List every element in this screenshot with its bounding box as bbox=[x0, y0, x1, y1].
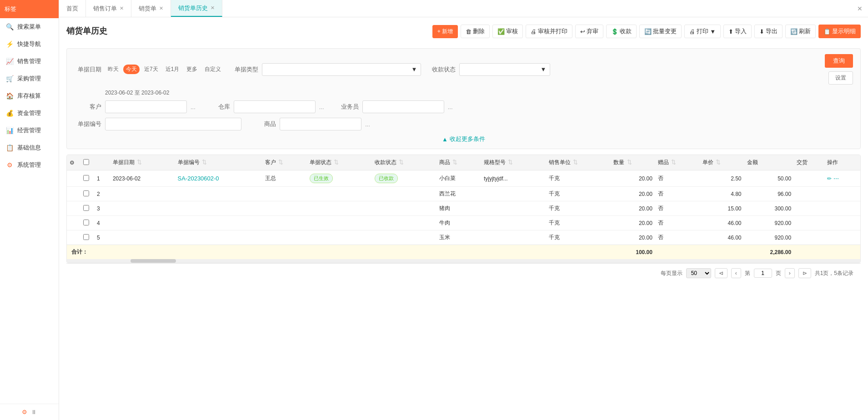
collect-status-select[interactable]: ▼ bbox=[459, 63, 550, 76]
per-page-select[interactable]: 50 100 200 bbox=[686, 268, 711, 278]
collapse-button[interactable]: ▲ 收起更多条件 bbox=[74, 135, 853, 143]
sidebar-item-basic[interactable]: 📋 基础信息 bbox=[0, 139, 59, 156]
col-settings[interactable]: ⚙ bbox=[67, 155, 80, 170]
sidebar-item-search[interactable]: 🔍 搜索菜单 bbox=[0, 18, 59, 35]
cell-docno[interactable] bbox=[175, 230, 263, 245]
tab-sales-order-close[interactable]: ✕ bbox=[120, 5, 124, 11]
tab-sales-order[interactable]: 销售订单 ✕ bbox=[86, 0, 131, 17]
cell-action[interactable] bbox=[824, 187, 860, 201]
last-page-btn[interactable]: ⊳ bbox=[798, 268, 811, 278]
cell-docno[interactable] bbox=[175, 187, 263, 201]
batch-change-button[interactable]: 🔄 批量变更 bbox=[639, 25, 682, 38]
col-collectstatus[interactable]: 收款状态 ⇅ bbox=[372, 155, 437, 170]
shortcut-1month[interactable]: 近1月 bbox=[163, 65, 182, 74]
page-input[interactable] bbox=[754, 269, 772, 278]
customer-dots[interactable]: ... bbox=[191, 104, 196, 110]
row-checkbox[interactable] bbox=[83, 220, 89, 225]
export-button[interactable]: ⬇ 导出 bbox=[754, 25, 783, 38]
col-price[interactable]: 单价 ⇅ bbox=[700, 155, 744, 170]
cell-action[interactable] bbox=[824, 216, 860, 230]
cell-checkbox[interactable] bbox=[80, 187, 94, 201]
shortcut-today[interactable]: 今天 bbox=[123, 65, 140, 74]
more-action[interactable]: ⋯ bbox=[833, 175, 839, 182]
customer-label: 客户 bbox=[74, 103, 101, 111]
cell-docno[interactable]: SA-20230602-0 bbox=[175, 170, 263, 187]
col-unit[interactable]: 销售单位 ⇅ bbox=[546, 155, 611, 170]
cell-checkbox[interactable] bbox=[80, 216, 94, 230]
sidebar-bottom-icon2[interactable]: ⏸ bbox=[31, 409, 37, 415]
new-button[interactable]: + 新增 bbox=[432, 25, 458, 38]
delete-button[interactable]: 🗑 删除 bbox=[461, 25, 490, 38]
col-goods[interactable]: 商品 ⇅ bbox=[437, 155, 481, 170]
sidebar-bottom-icon1[interactable]: ⚙ bbox=[22, 409, 27, 415]
cell-checkbox[interactable] bbox=[80, 201, 94, 216]
refresh-button[interactable]: 🔃 刷新 bbox=[785, 25, 816, 38]
col-date[interactable]: 单据日期 ⇅ bbox=[110, 155, 175, 170]
shortcut-7days[interactable]: 近7天 bbox=[141, 65, 161, 74]
chevron-down-icon: ▼ bbox=[411, 66, 417, 73]
first-page-btn[interactable]: ⊲ bbox=[715, 268, 728, 278]
import-button[interactable]: ⬆ 导入 bbox=[723, 25, 752, 38]
select-all-checkbox[interactable] bbox=[83, 159, 89, 165]
salesperson-input[interactable] bbox=[362, 100, 444, 113]
review-print-button[interactable]: 🖨 审核并打印 bbox=[526, 25, 572, 38]
tab-home[interactable]: 首页 bbox=[59, 0, 86, 17]
collect-button[interactable]: 💲 收款 bbox=[606, 25, 637, 38]
col-qty[interactable]: 数量 ⇅ bbox=[611, 155, 655, 170]
tab-sales-goods-close[interactable]: ✕ bbox=[159, 5, 163, 11]
salesperson-dots[interactable]: ... bbox=[448, 104, 453, 110]
row-checkbox[interactable] bbox=[83, 205, 89, 211]
col-spec[interactable]: 规格型号 ⇅ bbox=[481, 155, 546, 170]
cell-rowno: 5 bbox=[94, 230, 110, 245]
col-docno[interactable]: 单据编号 ⇅ bbox=[175, 155, 263, 170]
show-detail-button[interactable]: 📋 显示明细 bbox=[818, 25, 861, 38]
warehouse-dots[interactable]: ... bbox=[319, 104, 324, 110]
row-checkbox[interactable] bbox=[83, 234, 89, 240]
cell-docno[interactable] bbox=[175, 216, 263, 230]
cell-action[interactable] bbox=[824, 201, 860, 216]
next-page-btn[interactable]: › bbox=[785, 268, 795, 278]
print-button[interactable]: 🖨 打印 ▼ bbox=[684, 25, 721, 38]
col-customer[interactable]: 客户 ⇅ bbox=[262, 155, 307, 170]
sidebar-item-quicknav[interactable]: ⚡ 快捷导航 bbox=[0, 35, 59, 53]
scrollbar-thumb[interactable] bbox=[130, 259, 176, 263]
col-checkbox[interactable] bbox=[80, 155, 94, 170]
sidebar-item-system[interactable]: ⚙ 系统管理 bbox=[0, 156, 59, 174]
cell-transaction bbox=[794, 187, 824, 201]
sidebar-item-operations[interactable]: 📊 经营管理 bbox=[0, 122, 59, 139]
prev-page-btn[interactable]: ‹ bbox=[731, 268, 741, 278]
docno-input[interactable] bbox=[105, 118, 241, 130]
review-button[interactable]: ✅ 审核 bbox=[492, 25, 523, 38]
sidebar-item-sales[interactable]: 📈 销售管理 bbox=[0, 53, 59, 70]
cell-checkbox[interactable] bbox=[80, 170, 94, 187]
row-checkbox[interactable] bbox=[83, 190, 89, 196]
query-button[interactable]: 查询 bbox=[825, 54, 853, 68]
doc-type-select[interactable]: ▼ bbox=[262, 63, 421, 76]
goods-dots[interactable]: ... bbox=[365, 121, 370, 128]
cell-checkbox[interactable] bbox=[80, 230, 94, 245]
edit-action[interactable]: ✏ bbox=[827, 175, 832, 182]
warehouse-input[interactable] bbox=[234, 100, 316, 113]
abandon-button[interactable]: ↩ 弃审 bbox=[575, 25, 603, 38]
goods-input[interactable] bbox=[280, 118, 361, 130]
tab-sales-history[interactable]: 销货单历史 ✕ bbox=[171, 0, 222, 17]
shortcut-more[interactable]: 更多 bbox=[184, 65, 200, 74]
tab-sales-goods[interactable]: 销货单 ✕ bbox=[131, 0, 171, 17]
cell-action[interactable]: ✏⋯ bbox=[824, 170, 860, 187]
cell-action[interactable] bbox=[824, 230, 860, 245]
col-gift[interactable]: 赠品 ⇅ bbox=[655, 155, 700, 170]
setting-button[interactable]: 设置 bbox=[828, 71, 853, 85]
close-all-icon[interactable]: ✕ bbox=[857, 5, 863, 12]
cell-docno[interactable] bbox=[175, 201, 263, 216]
doc-no-link[interactable]: SA-20230602-0 bbox=[178, 175, 219, 182]
horizontal-scrollbar[interactable] bbox=[67, 259, 860, 263]
col-docstatus[interactable]: 单据状态 ⇅ bbox=[307, 155, 372, 170]
sidebar-item-finance[interactable]: 💰 资金管理 bbox=[0, 105, 59, 122]
sidebar-item-inventory[interactable]: 🏠 库存核算 bbox=[0, 87, 59, 105]
row-checkbox[interactable] bbox=[83, 175, 89, 181]
customer-input[interactable] bbox=[105, 100, 187, 113]
shortcut-yesterday[interactable]: 昨天 bbox=[105, 65, 121, 74]
tab-sales-history-close[interactable]: ✕ bbox=[211, 5, 215, 11]
shortcut-custom[interactable]: 自定义 bbox=[202, 65, 224, 74]
sidebar-item-purchase[interactable]: 🛒 采购管理 bbox=[0, 70, 59, 87]
